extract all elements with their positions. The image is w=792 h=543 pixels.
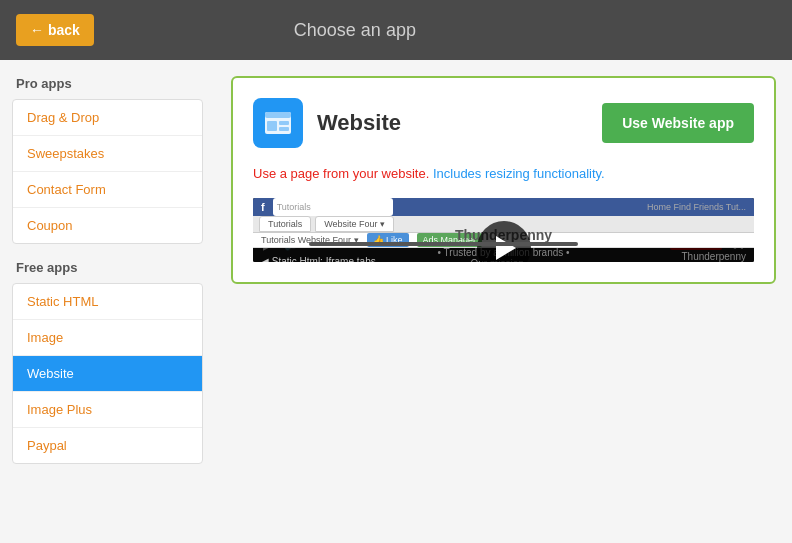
- back-button[interactable]: ← back: [16, 14, 94, 46]
- sidebar-item-coupon[interactable]: Coupon: [13, 208, 202, 243]
- free-apps-list: Static HTML Image Website Image Plus Pay…: [12, 283, 203, 464]
- app-name: Website: [317, 110, 602, 136]
- pro-apps-list: Drag & Drop Sweepstakes Contact Form Cou…: [12, 99, 203, 244]
- sidebar-item-drag-drop[interactable]: Drag & Drop: [13, 100, 202, 136]
- main-container: ← back Choose an app Pro apps Drag & Dro…: [0, 0, 792, 543]
- svg-rect-2: [267, 121, 277, 131]
- app-icon: [253, 98, 303, 148]
- facebook-bar: f Tutorials Home Find Friends Tut...: [253, 198, 754, 216]
- app-header: Website Use Website app: [253, 98, 754, 148]
- bottom-overlay-right: Thunderpenny: [682, 251, 747, 262]
- desc-use: Use a page: [253, 166, 323, 181]
- content-area: Website Use Website app Use a page from …: [215, 60, 792, 543]
- page-title: Choose an app: [294, 20, 416, 41]
- use-app-button[interactable]: Use Website app: [602, 103, 754, 143]
- sidebar-item-paypal[interactable]: Paypal: [13, 428, 202, 463]
- header: ← back Choose an app: [0, 0, 792, 60]
- sidebar-item-sweepstakes[interactable]: Sweepstakes: [13, 136, 202, 172]
- sidebar-item-static-html[interactable]: Static HTML: [13, 284, 202, 320]
- fb-search-bar: Tutorials: [273, 198, 393, 216]
- sidebar-item-contact-form[interactable]: Contact Form: [13, 172, 202, 208]
- sidebar: Pro apps Drag & Drop Sweepstakes Contact…: [0, 60, 215, 543]
- app-description: Use a page from your website. Includes r…: [253, 164, 754, 184]
- desc-from: from your website.: [323, 166, 429, 181]
- play-triangle-icon: [496, 236, 516, 260]
- app-card: Website Use Website app Use a page from …: [231, 76, 776, 284]
- fb-logo: f: [261, 201, 265, 213]
- sidebar-item-website[interactable]: Website: [13, 356, 202, 392]
- bottom-overlay-text: ◀ Static Html: Iframe tabs: [261, 256, 376, 262]
- svg-rect-3: [279, 121, 289, 125]
- sidebar-item-image[interactable]: Image: [13, 320, 202, 356]
- pro-section-title: Pro apps: [0, 76, 215, 99]
- free-section-title: Free apps: [0, 260, 215, 283]
- desc-includes: Includes resizing functionality.: [429, 166, 604, 181]
- svg-rect-1: [265, 112, 291, 118]
- fb-search-text: Tutorials: [277, 202, 311, 212]
- tab-website-four[interactable]: Website Four ▾: [315, 216, 394, 232]
- body: Pro apps Drag & Drop Sweepstakes Contact…: [0, 60, 792, 543]
- fb-nav: Home Find Friends Tut...: [647, 202, 746, 212]
- tab-tutorials[interactable]: Tutorials: [259, 216, 311, 232]
- website-icon: [263, 108, 293, 138]
- progress-bar[interactable]: [309, 242, 578, 246]
- svg-rect-4: [279, 127, 289, 131]
- video-container: Website App Setup ⇧ i f Tutorials: [253, 198, 754, 262]
- sidebar-item-image-plus[interactable]: Image Plus: [13, 392, 202, 428]
- video-frame-content: f Tutorials Home Find Friends Tut... Tut…: [253, 198, 754, 262]
